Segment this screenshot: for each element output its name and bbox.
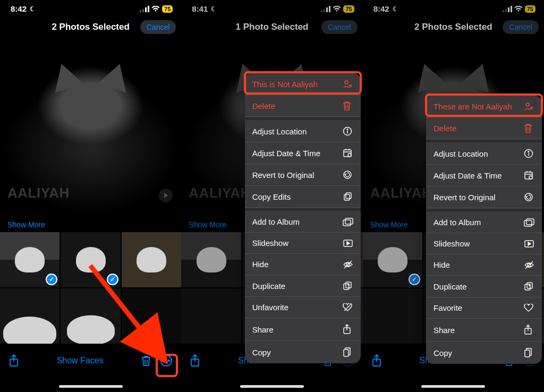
menu-item-adjust-datetime[interactable]: Adjust Date & Time [245, 142, 361, 164]
hero-photo[interactable]: AALIYAH [0, 39, 181, 215]
header-title: 1 Photo Selected [236, 22, 309, 32]
status-time: 8:42 [11, 4, 27, 13]
battery-indicator: 75 [343, 5, 354, 13]
status-bar: 8:42 ☾ 75 [363, 0, 544, 15]
dnd-moon-icon: ☾ [30, 5, 36, 13]
slideshow-icon [343, 239, 353, 248]
photo-thumbnail[interactable] [0, 288, 60, 344]
share-button[interactable] [371, 354, 382, 367]
wifi-icon [514, 6, 523, 12]
menu-item-duplicate[interactable]: Duplicate [426, 276, 542, 297]
show-faces-button[interactable]: Show Faces [57, 356, 104, 365]
svg-rect-0 [140, 10, 141, 12]
svg-rect-26 [346, 193, 351, 199]
svg-rect-25 [344, 194, 350, 200]
heart-off-icon [343, 303, 353, 312]
photo-thumbnail[interactable] [61, 288, 120, 344]
home-indicator[interactable] [59, 385, 123, 388]
svg-rect-36 [505, 9, 507, 12]
trash-icon [343, 101, 353, 110]
status-time: 8:41 [192, 4, 208, 13]
share-icon [190, 354, 200, 367]
photo-thumbnail[interactable] [181, 232, 241, 287]
share-icon [371, 354, 382, 367]
svg-rect-1 [142, 9, 144, 12]
share-icon [524, 325, 534, 335]
eye-off-icon [524, 261, 534, 269]
share-button[interactable] [8, 354, 19, 367]
menu-item-adjust-location[interactable]: Adjust Location [426, 143, 542, 165]
wifi-icon [333, 6, 341, 12]
menu-item-duplicate[interactable]: Duplicate [245, 275, 361, 297]
play-button[interactable] [159, 189, 173, 202]
ellipsis-icon [160, 354, 173, 367]
svg-point-44 [526, 103, 529, 106]
menu-item-delete[interactable]: Delete [426, 117, 542, 139]
menu-item-adjust-datetime[interactable]: Adjust Date & Time [426, 165, 542, 186]
menu-item-revert[interactable]: Revert to Original [426, 186, 542, 208]
menu-item-unfavorite[interactable]: Unfavorite [245, 297, 361, 318]
status-time: 8:42 [373, 4, 389, 13]
eye-off-icon [343, 260, 353, 269]
menu-item-revert[interactable]: Revert to Original [245, 164, 361, 186]
menu-item-slideshow[interactable]: Slideshow [245, 233, 361, 254]
menu-item-hide[interactable]: Hide [245, 254, 361, 275]
show-more-link[interactable]: Show More [0, 215, 181, 232]
menu-item-copy[interactable]: Copy [245, 341, 361, 363]
cellular-icon [503, 6, 512, 12]
person-name-overlay: AALIYAH [370, 185, 432, 201]
share-button[interactable] [190, 354, 200, 367]
album-icon [343, 218, 353, 226]
svg-rect-57 [525, 350, 530, 357]
revert-icon [524, 192, 534, 202]
photo-thumbnail[interactable]: ✓ [61, 232, 120, 287]
home-indicator[interactable] [421, 385, 485, 388]
svg-rect-35 [503, 10, 504, 12]
screenshot-panel-2: 8:41 ☾ 75 1 Photo Selected Cancel AALIYA… [181, 0, 362, 392]
selected-check-icon: ✓ [409, 274, 420, 285]
photo-thumbnail[interactable] [363, 288, 422, 344]
cancel-button[interactable]: Cancel [140, 20, 176, 34]
menu-item-copy-edits[interactable]: Copy Edits [245, 186, 361, 208]
menu-item-slideshow[interactable]: Slideshow [426, 233, 542, 254]
menu-item-adjust-location[interactable]: Adjust Location [245, 121, 361, 142]
svg-rect-3 [148, 6, 149, 12]
cancel-button[interactable]: Cancel [503, 20, 539, 34]
photo-thumbnail[interactable] [181, 288, 241, 344]
menu-item-copy[interactable]: Copy [426, 342, 542, 364]
svg-point-19 [345, 81, 348, 84]
svg-point-6 [163, 360, 165, 362]
menu-item-not-person[interactable]: This is Not Aaliyah [245, 73, 361, 95]
menu-item-share[interactable]: Share [245, 318, 361, 341]
slideshow-icon [524, 240, 534, 248]
cancel-button[interactable]: Cancel [321, 20, 358, 34]
svg-rect-13 [329, 6, 330, 12]
svg-rect-12 [326, 7, 328, 12]
person-x-icon [524, 101, 534, 111]
more-button[interactable] [160, 354, 173, 367]
share-icon [8, 354, 19, 367]
svg-rect-51 [526, 219, 534, 225]
trash-button[interactable] [141, 355, 151, 367]
photo-thumbnail[interactable]: ✓ [363, 232, 422, 287]
screenshot-panel-3: 8:42 ☾ 75 2 Photos Selected Cancel AALIY… [363, 0, 544, 392]
album-icon [524, 218, 534, 227]
menu-item-add-album[interactable]: Add to Album [245, 211, 361, 233]
menu-item-add-album[interactable]: Add to Album [426, 212, 542, 233]
menu-item-favorite[interactable]: Favorite [426, 297, 542, 319]
menu-item-not-person[interactable]: These are Not Aaliyah [426, 96, 542, 117]
home-indicator[interactable] [240, 385, 304, 388]
svg-rect-27 [343, 220, 351, 226]
photo-thumbnail[interactable] [122, 288, 181, 344]
info-icon [524, 149, 534, 158]
photo-thumbnail[interactable] [122, 232, 181, 287]
photo-thumbnail[interactable]: ✓ [0, 232, 60, 287]
battery-indicator: 75 [162, 5, 173, 13]
menu-item-share[interactable]: Share [426, 319, 542, 342]
svg-rect-11 [324, 9, 325, 12]
menu-item-delete[interactable]: Delete [245, 95, 361, 117]
heart-icon [524, 304, 534, 312]
menu-item-hide[interactable]: Hide [426, 254, 542, 276]
dnd-moon-icon: ☾ [393, 5, 398, 13]
context-menu: These are Not Aaliyah Delete Adjust Loca… [426, 96, 542, 364]
